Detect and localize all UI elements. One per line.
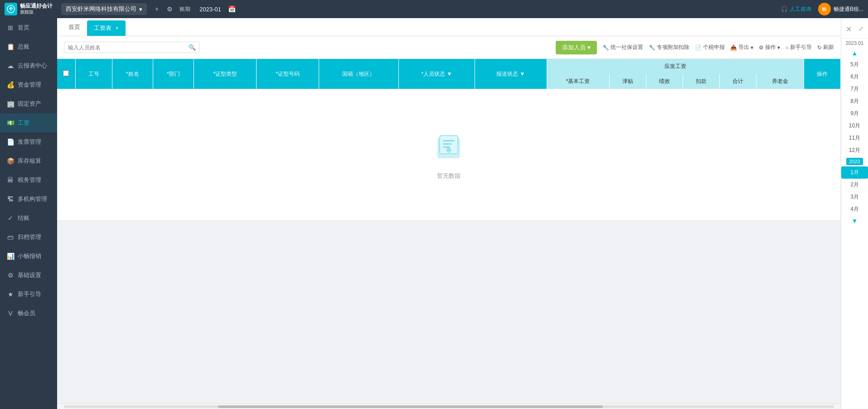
- sidebar-item-home-label: 首页: [18, 24, 29, 32]
- select-all-checkbox[interactable]: [63, 70, 69, 76]
- social-security-icon: 🔧: [602, 44, 609, 51]
- settings-icon[interactable]: ⚙: [167, 5, 173, 13]
- sidebar-item-ledger[interactable]: 📋 总账: [0, 37, 57, 56]
- special-deduct-btn[interactable]: 🔧 专项附加扣除: [649, 44, 689, 51]
- month-12[interactable]: 12月: [841, 144, 868, 156]
- month-4[interactable]: 4月: [841, 203, 868, 215]
- multi-org-icon: 🏗: [7, 195, 14, 203]
- sidebar-item-tax-label: 税务管理: [18, 176, 41, 184]
- report-filter-icon[interactable]: ▼: [520, 71, 525, 77]
- home-icon: ⊞: [7, 24, 14, 31]
- header-middle: ＋ ⚙ 账期 2023-01 📅: [154, 5, 236, 13]
- month-11[interactable]: 11月: [841, 132, 868, 144]
- social-security-btn[interactable]: 🔧 统一社保设置: [602, 44, 643, 51]
- search-input[interactable]: [68, 44, 186, 51]
- tab-salary-table[interactable]: 工资表 ×: [87, 20, 126, 36]
- month-8[interactable]: 8月: [841, 95, 868, 107]
- sidebar-item-archive-label: 归档管理: [18, 233, 41, 241]
- sidebar-item-funds[interactable]: 💰 资金管理: [0, 75, 57, 94]
- salary-table: 工号 *姓名 *部门 *证型类型 *证型号码 国籍（地区） *人员状态 ▼ 报送…: [57, 59, 841, 220]
- th-total: 合计: [719, 74, 756, 89]
- month-3[interactable]: 3月: [841, 191, 868, 203]
- special-deduct-icon: 🔧: [649, 44, 655, 51]
- sidebar-item-home[interactable]: ⊞ 首页: [0, 18, 57, 37]
- month-1[interactable]: 1月: [841, 166, 868, 179]
- month-10[interactable]: 10月: [841, 120, 868, 132]
- chevron-down-icon: ▾: [139, 6, 142, 13]
- date-nav-down-button[interactable]: ▼: [841, 215, 868, 226]
- basic-settings-icon: ⚙: [7, 272, 14, 279]
- sidebar-item-invoice[interactable]: 📄 发票管理: [0, 132, 57, 151]
- scrollbar-thumb[interactable]: [218, 405, 603, 408]
- th-country: 国籍（地区）: [319, 59, 398, 89]
- th-dept: *部门: [153, 59, 194, 89]
- sidebar-item-member-label: 畅会员: [18, 309, 35, 317]
- search-icon: 🔍: [189, 44, 196, 51]
- headset-icon: 🎧: [781, 6, 788, 12]
- panel-maximize-button[interactable]: ⤢: [856, 23, 866, 36]
- status-filter-icon[interactable]: ▼: [447, 71, 452, 77]
- horizontal-scrollbar[interactable]: [57, 404, 841, 409]
- month-9[interactable]: 9月: [841, 107, 868, 120]
- sidebar-item-basic[interactable]: ⚙ 基础设置: [0, 266, 57, 285]
- company-selector[interactable]: 西安虾米网络科技有限公司 ▾: [61, 3, 147, 15]
- sidebar-item-salary-label: 工资: [18, 119, 29, 127]
- user-button[interactable]: 畅 畅捷通B组...: [818, 3, 863, 15]
- calendar-icon[interactable]: 📅: [228, 5, 236, 13]
- user-name: 畅捷通B组...: [834, 5, 863, 13]
- guide-btn[interactable]: ○ 新手引导: [786, 44, 812, 51]
- empty-illustration: [431, 129, 467, 165]
- sidebar-item-archive[interactable]: 🗃 归档管理: [0, 228, 57, 247]
- xiaochang-icon: 📊: [7, 253, 14, 260]
- sidebar-item-guide-label: 新手引导: [18, 290, 41, 298]
- panel-close-button[interactable]: ✕: [844, 23, 854, 36]
- member-icon: V: [7, 310, 14, 317]
- sidebar-item-settle[interactable]: ✓ 结账: [0, 209, 57, 228]
- sidebar-item-tax[interactable]: 🏛 税务管理: [0, 170, 57, 190]
- sidebar-item-cloud-report[interactable]: ☁ 云报表中心: [0, 56, 57, 75]
- tab-home[interactable]: 首页: [62, 19, 87, 36]
- sidebar-item-member[interactable]: V 畅会员: [0, 304, 57, 323]
- sidebar-item-inventory[interactable]: 📦 库存核算: [0, 151, 57, 170]
- th-status: *人员状态 ▼: [399, 59, 475, 89]
- search-wrap: 🔍: [64, 42, 200, 53]
- operations-btn[interactable]: ⚙ 操作 ▾: [759, 44, 780, 51]
- sidebar-item-funds-label: 资金管理: [18, 81, 41, 89]
- add-person-button[interactable]: 添加人员 ▾: [556, 41, 597, 54]
- export-btn[interactable]: 📤 导出 ▾: [730, 44, 753, 51]
- month-5[interactable]: 5月: [841, 58, 868, 71]
- table-header-row: 工号 *姓名 *部门 *证型类型 *证型号码 国籍（地区） *人员状态 ▼ 报送…: [57, 59, 841, 74]
- sidebar-item-xiaochang[interactable]: 📊 小畅报销: [0, 247, 57, 266]
- user-avatar: 畅: [818, 3, 831, 15]
- logo-area: 畅应通好会计 旗舰版: [5, 3, 61, 15]
- personal-tax-icon: 📄: [695, 44, 702, 51]
- add-icon[interactable]: ＋: [154, 5, 160, 13]
- personal-tax-btn[interactable]: 📄 个税申报: [695, 44, 725, 51]
- sidebar-item-settle-label: 结账: [18, 214, 29, 222]
- date-nav-up-button[interactable]: ▲: [841, 48, 868, 58]
- month-6[interactable]: 6月: [841, 71, 868, 83]
- sidebar-item-cloud-label: 云报表中心: [18, 62, 47, 70]
- refresh-btn[interactable]: ↻ 刷新: [817, 44, 834, 51]
- sidebar-item-fixed-assets[interactable]: 🏢 固定资产: [0, 94, 57, 113]
- sidebar-item-basic-label: 基础设置: [18, 271, 41, 279]
- service-button[interactable]: 🎧 人工咨询: [781, 5, 811, 13]
- tab-close-icon[interactable]: ×: [116, 25, 119, 31]
- top-header: 畅应通好会计 旗舰版 西安虾米网络科技有限公司 ▾ ＋ ⚙ 账期 2023-01…: [0, 0, 868, 18]
- month-2[interactable]: 2月: [841, 179, 868, 191]
- year-2023-label[interactable]: 2023: [846, 158, 863, 165]
- dropdown-arrow-icon: ▾: [587, 44, 591, 51]
- sidebar-item-guide[interactable]: ★ 新手引导: [0, 285, 57, 304]
- month-7[interactable]: 7月: [841, 83, 868, 95]
- th-yifa-group: 应发工资: [547, 59, 804, 74]
- period-value[interactable]: 2023-01: [199, 6, 221, 13]
- sidebar-item-salary[interactable]: 💵 工资: [0, 113, 57, 132]
- th-actions-col: 操作: [804, 59, 840, 89]
- app-logo-icon: [5, 3, 17, 15]
- svg-rect-3: [443, 140, 455, 141]
- main-layout: ⊞ 首页 📋 总账 ☁ 云报表中心 💰 资金管理 🏢 固定资产 💵 工资 📄 发…: [0, 18, 868, 409]
- tab-bar: 首页 工资表 ×: [57, 18, 841, 36]
- toolbar: 🔍 添加人员 ▾ 🔧 统一社保设置 🔧 专项附加扣除 📄 个税申报: [57, 36, 841, 59]
- sidebar-item-multi-org[interactable]: 🏗 多机构管理: [0, 190, 57, 209]
- sidebar-item-multi-org-label: 多机构管理: [18, 195, 47, 203]
